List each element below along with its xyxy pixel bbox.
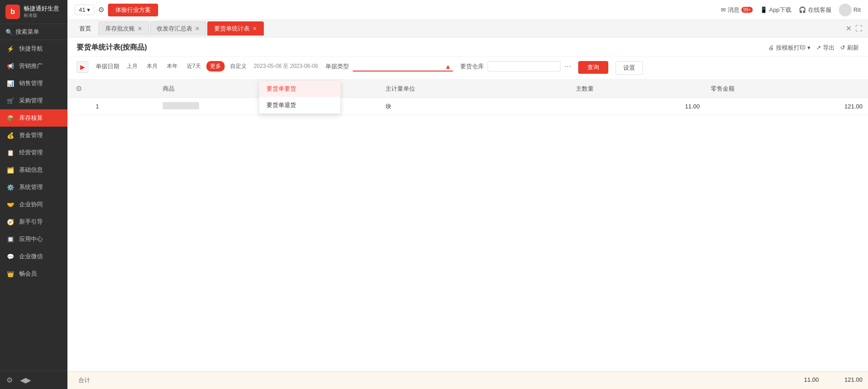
date-btn-this-month[interactable]: 本月 [143,61,161,72]
query-button[interactable]: 查询 [578,61,608,74]
collapse-icon[interactable]: ◀▶ [20,376,31,384]
sidebar-item-system[interactable]: ⚙️ 系统管理 [0,179,67,196]
tab-home[interactable]: 首页 [73,22,98,36]
tab-order-stats-close[interactable]: ✕ [252,26,257,32]
date-btn-this-year[interactable]: 本年 [163,61,181,72]
app-name: 畅捷通好生意 [24,5,59,13]
filter-more-icon[interactable]: ··· [564,61,571,71]
sidebar-item-basic[interactable]: 🗂️ 基础信息 [0,161,67,179]
topbar-settings-icon[interactable]: ⚙ [98,5,104,14]
tab-sales-summary-close[interactable]: ✕ [195,26,200,32]
page-header: 要货单统计表(按商品) 🖨 按模板打印 ▾ ↗ 导出 ↺ 刷新 [67,37,868,56]
page-actions: 🖨 按模板打印 ▾ ↗ 导出 ↺ 刷新 [768,44,859,52]
date-btn-last-month[interactable]: 上月 [123,61,141,72]
cell-gear [67,98,90,115]
sidebar-item-label: 应用中心 [19,235,43,243]
member-icon: 👑 [6,270,15,278]
tab-expand-icon[interactable]: ✕ [846,24,852,33]
app-center-icon: 🔲 [6,235,15,243]
messages-badge: 99+ [741,7,753,13]
sidebar-item-label: 基础信息 [19,166,43,174]
user-item[interactable]: Rit [839,4,861,16]
system-icon: ⚙️ [6,183,15,191]
tabs-right-controls: ✕ ⛶ [846,24,863,33]
sidebar-item-app-center[interactable]: 🔲 应用中心 [0,230,67,248]
print-btn[interactable]: 🖨 按模板打印 ▾ [768,44,811,52]
export-icon: ↗ [816,44,821,51]
sidebar-item-inventory[interactable]: 📦 库存核算 [0,109,67,127]
wechat-icon: 💬 [6,252,15,261]
app-badge: 标准版 [24,12,59,19]
type-chevron-up-icon[interactable]: ▲ [445,63,451,70]
cell-num: 1 [90,98,157,115]
search-icon: 🔍 [5,29,13,36]
tab-fullscreen-icon[interactable]: ⛶ [855,25,863,33]
sidebar-item-label: 经营管理 [19,148,43,157]
dropdown-item-order-goods[interactable]: 要货单要货 [259,81,340,97]
online-service-item[interactable]: 🎧 在线客服 [799,6,832,14]
tab-sales-summary[interactable]: 收发存汇总表 ✕ [150,21,206,36]
refresh-icon: ↺ [840,44,845,51]
sidebar-item-wechat[interactable]: 💬 企业微信 [0,248,67,265]
date-btn-last-7[interactable]: 近7天 [183,61,205,72]
inventory-icon: 📦 [6,114,15,122]
sidebar-item-operations[interactable]: 📋 经营管理 [0,144,67,161]
refresh-btn[interactable]: ↺ 刷新 [840,44,859,52]
sidebar-item-label: 采购管理 [19,97,43,105]
tab-inventory-batch[interactable]: 库存批次账 ✕ [98,21,149,36]
finance-icon: 💰 [6,131,15,139]
settings-button[interactable]: 设置 [616,61,643,75]
sidebar-item-label: 新手引导 [19,218,43,226]
sidebar-item-label: 销售管理 [19,79,43,87]
sidebar-item-quick-nav[interactable]: ⚡ 快捷导航 [0,40,67,57]
dropdown-item-order-return[interactable]: 要货单退货 [259,97,340,113]
table-gear-icon[interactable]: ⚙ [76,85,82,92]
tab-order-stats[interactable]: 要货单统计表 ✕ [207,21,264,36]
date-btn-custom[interactable]: 自定义 [226,61,250,72]
date-filter-group: 单据日期 上月 本月 本年 近7天 更多 自定义 2023-05-06 至 20… [96,61,318,72]
col-gear[interactable]: ⚙ [67,80,90,98]
product-blurred [163,102,199,109]
app-download-item[interactable]: 📱 App下载 [760,6,791,14]
user-name: Rit [853,6,861,13]
messages-item[interactable]: ✉ 消息 99+ [721,6,753,14]
sidebar-item-member[interactable]: 👑 畅会员 [0,265,67,282]
purchase-icon: 🛒 [6,97,15,105]
filter-toggle-btn[interactable]: ▶ [77,61,88,73]
sidebar-item-finance[interactable]: 💰 资金管理 [0,127,67,144]
sidebar-item-label: 库存核算 [19,114,43,122]
date-btn-more[interactable]: 更多 [206,61,225,72]
phone-icon: 📱 [760,6,767,13]
tab-inventory-batch-label: 库存批次账 [105,25,135,33]
sidebar-item-guide[interactable]: 🧭 新手引导 [0,213,67,230]
settings-bottom-icon[interactable]: ⚙ [6,376,13,384]
export-btn[interactable]: ↗ 导出 [816,44,835,52]
tab-home-label: 首页 [79,25,91,33]
messages-icon: ✉ [721,6,726,13]
footer-spacer [103,376,775,384]
tab-selector[interactable]: 41 ▾ [75,5,94,15]
sales-icon: 📊 [6,79,15,87]
footer-amount: 121.00 [826,376,863,384]
col-amount: 零售金额 [705,80,868,98]
type-input[interactable] [353,61,453,72]
tab-sales-summary-label: 收发存汇总表 [157,25,192,33]
cell-unit: 块 [380,98,570,115]
sidebar-item-sales[interactable]: 📊 销售管理 [0,75,67,92]
footer-quantity: 11.00 [782,376,819,384]
sidebar-item-enterprise[interactable]: 🤝 企业协同 [0,196,67,213]
chevron-down-icon: ▾ [87,6,90,13]
sidebar-item-marketing[interactable]: 📢 营销推广 [0,57,67,75]
tab-inventory-batch-close[interactable]: ✕ [138,26,142,32]
sidebar-item-purchase[interactable]: 🛒 采购管理 [0,92,67,109]
warehouse-input[interactable] [488,61,560,72]
topbar-right: ✉ 消息 99+ 📱 App下载 🎧 在线客服 Rit [721,4,861,16]
type-input-wrapper: ▲ [353,61,453,72]
sidebar-search[interactable]: 🔍 搜索菜单 [0,24,67,40]
sidebar-item-label: 畅会员 [19,270,37,278]
print-chevron: ▾ [807,44,811,51]
cell-quantity: 11.00 [570,98,705,115]
trial-button[interactable]: 体验行业方案 [108,4,158,16]
table-footer: 合计 11.00 121.00 [67,371,868,389]
sidebar-search-label: 搜索菜单 [15,28,39,36]
